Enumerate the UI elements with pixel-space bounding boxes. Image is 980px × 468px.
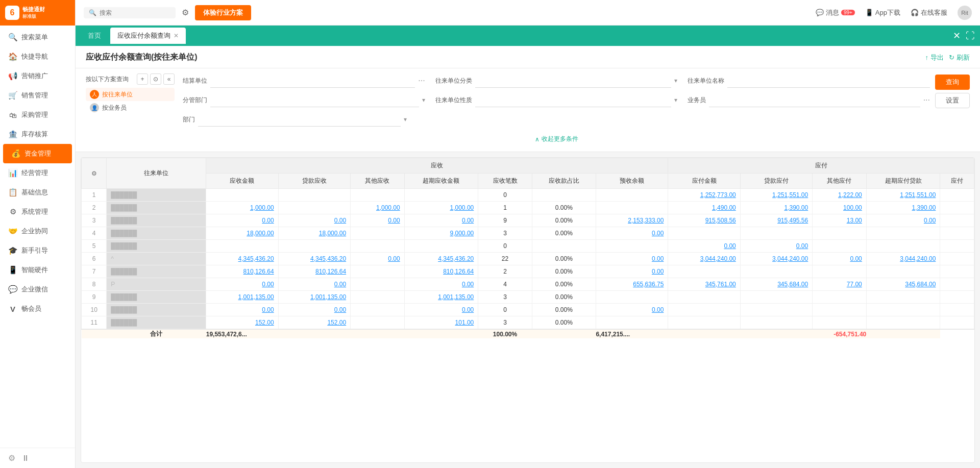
- row-ap-other[interactable]: 13.00: [813, 214, 867, 227]
- dept-select[interactable]: [198, 112, 401, 127]
- row-ap-other[interactable]: 77.00: [813, 278, 867, 291]
- collapse-icon[interactable]: ⏸: [21, 454, 30, 463]
- filter-add-icon[interactable]: +: [137, 73, 148, 85]
- row-ap-amount[interactable]: 1,252,773.00: [668, 189, 740, 202]
- row-ar-amount[interactable]: 4,345,436.20: [206, 253, 278, 265]
- row-ap-loan[interactable]: 1,251,551.00: [740, 189, 812, 202]
- row-ar-loan[interactable]: 18,000.00: [278, 227, 350, 240]
- row-ar-amount[interactable]: 0.00: [206, 304, 278, 316]
- sidebar-item-search[interactable]: 🔍 搜索菜单: [0, 28, 75, 47]
- partner-nature-select[interactable]: [475, 93, 672, 107]
- sidebar-item-hardware[interactable]: 📱 智能硬件: [0, 260, 75, 280]
- row-ap-overdue[interactable]: 1,251,551.00: [866, 189, 940, 202]
- row-ar-overdue[interactable]: 1,001,135.00: [404, 291, 478, 304]
- row-ar-overdue[interactable]: 101.00: [404, 316, 478, 330]
- sidebar-item-member[interactable]: V 畅会员: [0, 299, 75, 318]
- messages-button[interactable]: 💬 消息 99+: [816, 8, 855, 17]
- row-ap-overdue[interactable]: 0.00: [866, 214, 940, 227]
- row-ap-amount[interactable]: 3,044,240.00: [668, 253, 740, 265]
- plan-button[interactable]: 体验行业方案: [195, 5, 251, 20]
- user-avatar[interactable]: Rit: [958, 6, 972, 20]
- sidebar-item-marketing[interactable]: 📢 营销推广: [0, 66, 75, 86]
- row-ar-overdue[interactable]: 4,345,436.20: [404, 253, 478, 265]
- row-ar-amount[interactable]: 1,001,135.00: [206, 291, 278, 304]
- tab-home[interactable]: 首页: [81, 28, 108, 44]
- row-ar-loan[interactable]: 810,126.64: [278, 265, 350, 278]
- tab-expand-icon[interactable]: ⛶: [966, 31, 975, 41]
- row-ar-prepay[interactable]: 0.00: [596, 253, 668, 265]
- row-ap-loan[interactable]: 0.00: [740, 240, 812, 253]
- settlement-unit-dots[interactable]: ···: [418, 76, 425, 85]
- row-ar-loan[interactable]: 0.00: [278, 214, 350, 227]
- sidebar-item-operation[interactable]: 📊 经营管理: [0, 163, 75, 183]
- row-ap-loan[interactable]: 915,495.56: [740, 214, 812, 227]
- sidebar-item-quicknav[interactable]: 🏠 快捷导航: [0, 47, 75, 66]
- sidebar-item-wechat[interactable]: 💬 企业微信: [0, 280, 75, 299]
- row-ar-prepay[interactable]: 0.00: [596, 304, 668, 316]
- row-ap-loan[interactable]: 1,390.00: [740, 202, 812, 214]
- collapse-filter-button[interactable]: ∧ 收起更多条件: [183, 132, 930, 146]
- settings-icon[interactable]: ⚙: [8, 453, 15, 463]
- row-ar-amount[interactable]: 152.00: [206, 316, 278, 330]
- sidebar-item-system[interactable]: ⚙ 系统管理: [0, 202, 75, 221]
- footer-ap-prepay[interactable]: 6,417,215....: [596, 329, 668, 338]
- sidebar-item-cooperation[interactable]: 🤝 企业协同: [0, 221, 75, 241]
- row-ar-amount[interactable]: 1,000.00: [206, 202, 278, 214]
- gear-icon[interactable]: ⚙: [182, 8, 189, 17]
- row-ar-prepay[interactable]: 2,153,333.00: [596, 214, 668, 227]
- row-ap-loan[interactable]: 3,044,240.00: [740, 253, 812, 265]
- tab-close-icon[interactable]: ✕: [174, 32, 179, 39]
- row-ap-amount[interactable]: 1,490.00: [668, 202, 740, 214]
- row-ap-loan[interactable]: 345,684.00: [740, 278, 812, 291]
- row-ar-overdue[interactable]: 9,000.00: [404, 227, 478, 240]
- row-ap-overdue[interactable]: 3,044,240.00: [866, 253, 940, 265]
- row-ap-other[interactable]: 100.00: [813, 202, 867, 214]
- salesperson-dots[interactable]: ···: [923, 95, 930, 105]
- search-input[interactable]: [100, 9, 171, 16]
- partner-name-input[interactable]: [727, 73, 930, 88]
- query-button[interactable]: 查询: [935, 75, 970, 90]
- sidebar-item-guide[interactable]: 🎓 新手引导: [0, 241, 75, 260]
- row-ar-overdue[interactable]: 0.00: [404, 304, 478, 316]
- row-ar-amount[interactable]: 0.00: [206, 214, 278, 227]
- row-ar-other[interactable]: 0.00: [351, 253, 405, 265]
- row-ar-loan[interactable]: 4,345,436.20: [278, 253, 350, 265]
- row-ap-overdue[interactable]: 1,390.00: [866, 202, 940, 214]
- row-ar-loan[interactable]: 0.00: [278, 278, 350, 291]
- partner-category-select[interactable]: [475, 73, 672, 88]
- setting-button[interactable]: 设置: [935, 93, 970, 108]
- row-ar-amount[interactable]: 18,000.00: [206, 227, 278, 240]
- search-box[interactable]: 🔍: [84, 7, 176, 18]
- row-ap-overdue[interactable]: 345,684.00: [866, 278, 940, 291]
- filter-scheme-by-partner[interactable]: 人 按往来单位: [86, 88, 175, 101]
- row-ar-other[interactable]: 1,000.00: [351, 202, 405, 214]
- tab-receivable[interactable]: 应收应付余额查询 ✕: [110, 28, 186, 44]
- sidebar-item-purchase[interactable]: 🛍 采购管理: [0, 105, 75, 125]
- row-ap-amount[interactable]: 915,508.56: [668, 214, 740, 227]
- filter-scheme-by-staff[interactable]: 👤 按业务员: [86, 101, 175, 114]
- row-ar-overdue[interactable]: 810,126.64: [404, 265, 478, 278]
- row-ar-loan[interactable]: 0.00: [278, 304, 350, 316]
- sidebar-item-inventory[interactable]: 🏦 库存核算: [0, 125, 75, 144]
- col-settings[interactable]: ⚙: [82, 158, 107, 189]
- export-button[interactable]: ↑ 导出: [925, 53, 944, 62]
- row-ar-loan[interactable]: 1,001,135.00: [278, 291, 350, 304]
- row-ar-prepay[interactable]: 0.00: [596, 265, 668, 278]
- row-ar-overdue[interactable]: 0.00: [404, 214, 478, 227]
- dept-manager-select[interactable]: [210, 93, 419, 107]
- row-ap-other[interactable]: 1,222.00: [813, 189, 867, 202]
- sidebar-item-sales[interactable]: 🛒 销售管理: [0, 86, 75, 105]
- filter-collapse-left-icon[interactable]: «: [163, 73, 175, 85]
- row-ar-overdue[interactable]: 0.00: [404, 278, 478, 291]
- footer-ar-total[interactable]: 19,553,472,6...: [206, 329, 278, 338]
- refresh-button[interactable]: ↻ 刷新: [949, 53, 970, 62]
- tab-close-window-icon[interactable]: ✕: [953, 30, 961, 41]
- settlement-unit-input[interactable]: [210, 73, 415, 88]
- row-ar-amount[interactable]: 0.00: [206, 278, 278, 291]
- row-ar-overdue[interactable]: 1,000.00: [404, 202, 478, 214]
- row-ar-loan[interactable]: 152.00: [278, 316, 350, 330]
- row-ap-amount[interactable]: 0.00: [668, 240, 740, 253]
- row-ar-other[interactable]: 0.00: [351, 214, 405, 227]
- row-ar-prepay[interactable]: 655,636.75: [596, 278, 668, 291]
- row-ar-prepay[interactable]: 0.00: [596, 227, 668, 240]
